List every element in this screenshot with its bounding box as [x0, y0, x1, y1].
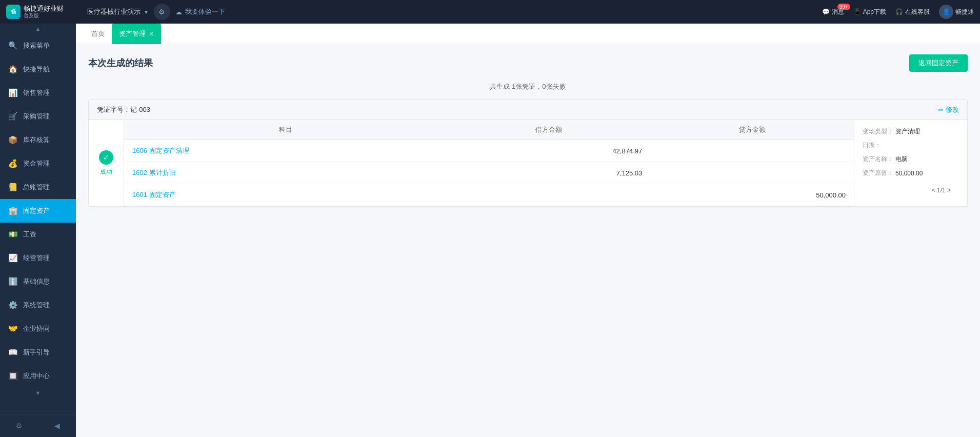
sidebar-item-label: 销售管理	[23, 88, 50, 97]
avatar: 👤	[939, 5, 953, 19]
col-subject: 科目	[124, 120, 447, 140]
debit-1: 42,874.97	[447, 140, 650, 162]
sidebar-item-ledger[interactable]: 📒 总账管理	[0, 175, 76, 199]
sidebar-scroll-down[interactable]: ▼	[0, 388, 76, 398]
sidebar-item-guide[interactable]: 📖 新手引导	[0, 341, 76, 364]
credit-1	[650, 140, 854, 162]
sidebar-item-label: 工资	[23, 230, 36, 239]
app-download-button[interactable]: 📱 App下载	[853, 8, 886, 16]
inventory-icon: 📦	[8, 135, 18, 145]
sales-icon: 📊	[8, 88, 18, 97]
user-profile[interactable]: 👤 畅捷通	[939, 5, 974, 19]
main-layout: ▲ 🔍 搜索菜单 🏠 快捷导航 📊 销售管理 🛒 采购管理 📦 库存核算 💰 资…	[0, 24, 980, 437]
sidebar-item-label: 资金管理	[23, 159, 50, 168]
debit-3	[447, 184, 650, 206]
tab-asset-management[interactable]: 资产管理 ✕	[112, 24, 161, 44]
sidebar-item-operations[interactable]: 📈 经营管理	[0, 246, 76, 270]
sidebar-settings-icon[interactable]: ⚙	[14, 420, 25, 432]
sidebar-item-sales[interactable]: 📊 销售管理	[0, 81, 76, 105]
credit-3: 50,000.00	[650, 184, 854, 206]
original-value-value: 50,000.00	[895, 170, 923, 177]
table-row: 1601 固定资产 50,000.00	[124, 184, 854, 206]
scroll-up-icon[interactable]: ▲	[35, 26, 41, 32]
tab-asset-management-label: 资产管理	[119, 29, 146, 38]
online-service-label: 在线客服	[905, 8, 930, 16]
sidebar-item-label: 新手引导	[23, 348, 50, 357]
sidebar-item-finance[interactable]: 💰 资金管理	[0, 152, 76, 175]
date-row: 日期：	[863, 141, 959, 150]
settings-icon[interactable]: ⚙	[154, 4, 170, 20]
sidebar-scroll-up[interactable]: ▲	[0, 24, 76, 34]
enterprise-icon: 🤝	[8, 324, 18, 333]
subject-2: 1602 累计折旧	[124, 162, 447, 184]
voucher-body: ✓ 成功 科目 借方金额 贷方金额	[89, 120, 967, 206]
experience-label: 我要体验一下	[185, 7, 225, 16]
col-credit: 贷方金额	[650, 120, 854, 140]
scroll-down-icon[interactable]: ▼	[35, 390, 41, 396]
change-type-value: 资产清理	[895, 127, 920, 136]
table-row: 1602 累计折旧 7,125.03	[124, 162, 854, 184]
home-icon: 🏠	[8, 65, 18, 74]
side-info-panel: 变动类型： 资产清理 日期： 资产名称： 电脑 资产原值：	[854, 120, 967, 206]
topbar-right: 💬 消息 99+ 📱 App下载 🎧 在线客服 👤 畅捷通	[822, 5, 974, 19]
sidebar-item-label: 应用中心	[23, 371, 50, 381]
sidebar-item-inventory[interactable]: 📦 库存核算	[0, 128, 76, 152]
sidebar-item-label: 企业协同	[23, 324, 50, 333]
online-service-button[interactable]: 🎧 在线客服	[895, 8, 930, 16]
asset-name-label: 资产名称：	[863, 155, 893, 164]
app-logo: 畅 畅捷通好业财 普及版	[6, 5, 82, 19]
info-icon: ℹ️	[8, 277, 18, 286]
change-type-row: 变动类型： 资产清理	[863, 127, 959, 136]
voucher-container: 凭证字号：记-003 ✏ 修改 ✓ 成功	[88, 100, 968, 207]
sidebar-item-fixed-assets[interactable]: 🏢 固定资产	[0, 199, 76, 223]
asset-name-value: 电脑	[895, 155, 908, 164]
subject-3: 1601 固定资产	[124, 184, 447, 206]
edit-icon: ✏	[938, 106, 944, 114]
success-text: 成功	[100, 168, 112, 176]
sidebar-item-basic-info[interactable]: ℹ️ 基础信息	[0, 270, 76, 293]
finance-icon: 💰	[8, 159, 18, 168]
sidebar-item-label: 系统管理	[23, 301, 50, 310]
sidebar-item-label: 经营管理	[23, 253, 50, 263]
pagination[interactable]: < 1/1 >	[863, 183, 959, 198]
ledger-icon: 📒	[8, 183, 18, 192]
app-download-label: App下载	[863, 8, 886, 16]
sidebar-item-enterprise[interactable]: 🤝 企业协同	[0, 317, 76, 341]
sidebar-item-system[interactable]: ⚙️ 系统管理	[0, 293, 76, 317]
sidebar-item-label: 库存核算	[23, 135, 50, 145]
sidebar-item-app-center[interactable]: 🔲 应用中心	[0, 364, 76, 388]
search-icon: 🔍	[8, 41, 18, 50]
logo-icon: 畅	[6, 5, 21, 19]
company-selector[interactable]: 医疗器械行业演示 ▼	[82, 7, 154, 16]
tab-close-icon[interactable]: ✕	[149, 30, 154, 37]
sidebar-bottom: ⚙ ◀	[0, 414, 76, 437]
experience-button[interactable]: ☁ 我要体验一下	[175, 7, 225, 16]
tab-home[interactable]: 首页	[84, 24, 112, 44]
messages-button[interactable]: 💬 消息 99+	[822, 8, 844, 16]
service-icon: 🎧	[895, 8, 903, 15]
edit-label: 修改	[946, 105, 959, 114]
voucher-no-value: 记-003	[130, 106, 150, 113]
edit-button[interactable]: ✏ 修改	[938, 105, 959, 114]
asset-name-row: 资产名称： 电脑	[863, 155, 959, 164]
debit-2: 7,125.03	[447, 162, 650, 184]
sidebar-item-search[interactable]: 🔍 搜索菜单	[0, 34, 76, 57]
fixed-assets-icon: 🏢	[8, 206, 18, 215]
sidebar-item-label: 采购管理	[23, 112, 50, 121]
content-area: 首页 资产管理 ✕ 本次生成的结果 返回固定资产 共生成 1张凭证，0张失败 凭…	[76, 24, 980, 437]
sidebar-item-payroll[interactable]: 💵 工资	[0, 223, 76, 246]
subject-1: 1606 固定资产清理	[124, 140, 447, 162]
sidebar-item-label: 搜索菜单	[23, 41, 50, 50]
credit-2	[650, 162, 854, 184]
col-debit: 借方金额	[447, 120, 650, 140]
sidebar-collapse-icon[interactable]: ◀	[52, 420, 62, 432]
sidebar-item-quick-nav[interactable]: 🏠 快捷导航	[0, 57, 76, 81]
app-center-icon: 🔲	[8, 371, 18, 381]
purchase-icon: 🛒	[8, 112, 18, 121]
sidebar-item-purchase[interactable]: 🛒 采购管理	[0, 105, 76, 128]
username: 畅捷通	[955, 8, 974, 16]
result-summary: 共生成 1张凭证，0张失败	[88, 82, 968, 91]
date-label: 日期：	[863, 141, 881, 150]
return-button[interactable]: 返回固定资产	[909, 54, 968, 72]
sidebar-item-label: 固定资产	[23, 206, 50, 215]
